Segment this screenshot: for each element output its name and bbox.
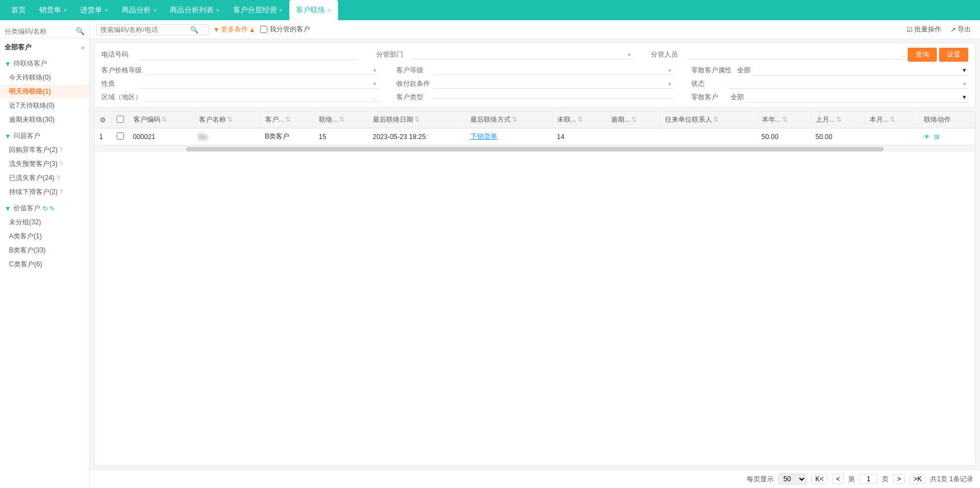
dept-select[interactable]: ▾ bbox=[413, 50, 633, 59]
right-actions: ☑ 批量操作 ↗ 导出 bbox=[904, 24, 973, 35]
export-icon: ↗ bbox=[950, 26, 956, 34]
sidebar-item-churned[interactable]: 已流失客户(24) ? bbox=[0, 171, 89, 185]
nav-close-purchase[interactable]: × bbox=[104, 7, 108, 13]
sidebar-item-class-b[interactable]: B类客户(33) bbox=[0, 243, 89, 257]
td-name: Ea bbox=[195, 128, 261, 145]
status-chevron-icon: ▾ bbox=[963, 81, 966, 87]
cust-type-select[interactable] bbox=[433, 96, 673, 99]
sidebar-all-customers[interactable]: 全部客户 « bbox=[0, 40, 89, 54]
sidebar-item-churn-warning[interactable]: 流失预警客户(3) ? bbox=[0, 157, 89, 171]
main-search-icon[interactable]: 🔍 bbox=[190, 26, 198, 34]
sidebar-item-declining[interactable]: 持续下滑客户(2) ? bbox=[0, 185, 89, 199]
last-method-link[interactable]: 下销货单 bbox=[470, 132, 497, 140]
filter-dept: 分管部门 ▾ bbox=[376, 50, 633, 59]
td-no-contact: 14 bbox=[552, 128, 606, 145]
nature-select[interactable]: ▾ bbox=[138, 80, 378, 89]
scroll-thumb[interactable] bbox=[186, 147, 883, 151]
next-page-button[interactable]: > bbox=[893, 474, 905, 484]
nav-item-customer-contact[interactable]: 客户联络 × bbox=[289, 0, 338, 20]
cust-level-chevron-icon: ▾ bbox=[668, 67, 671, 73]
nav-close-customer-contact[interactable]: × bbox=[327, 7, 331, 13]
region-select[interactable]: ... bbox=[145, 93, 378, 102]
select-all-checkbox[interactable] bbox=[117, 116, 124, 123]
nav-close-sales[interactable]: × bbox=[63, 7, 67, 13]
sort-lm-icon[interactable]: ⇅ bbox=[836, 116, 842, 123]
page-size-select[interactable]: 50 100 200 bbox=[778, 473, 807, 485]
sort-year-icon[interactable]: ⇅ bbox=[782, 116, 788, 123]
nav-item-home[interactable]: 首页 bbox=[4, 0, 33, 20]
nav-item-purchase[interactable]: 进货单 × bbox=[73, 0, 114, 20]
person-more-icon[interactable]: ... bbox=[901, 52, 905, 58]
price-level-chevron-icon: ▾ bbox=[373, 67, 376, 73]
sort-tm-icon[interactable]: ⇅ bbox=[890, 116, 895, 123]
col-header-no-contact: 未联...⇅ bbox=[552, 112, 606, 128]
sort-name-icon[interactable]: ⇅ bbox=[227, 116, 233, 123]
first-page-button[interactable]: K< bbox=[811, 474, 828, 484]
td-last-method: 下销货单 bbox=[466, 128, 552, 145]
sort-method-icon[interactable]: ⇅ bbox=[512, 116, 517, 123]
sidebar-item-class-c[interactable]: C类客户(6) bbox=[0, 257, 89, 271]
customer-table: ⚙ 客户编码⇅ 客户名称⇅ 客户...⇅ 联络...⇅ 最后联络日期⇅ 最后联络… bbox=[95, 112, 975, 145]
more-conditions-button[interactable]: ▼ 更多条件 ▲ bbox=[213, 25, 256, 34]
query-button[interactable]: 查询 bbox=[908, 48, 937, 62]
sort-no-contact-icon[interactable]: ⇅ bbox=[577, 116, 583, 123]
sort-date-icon[interactable]: ⇅ bbox=[414, 116, 420, 123]
retail-cust-select[interactable]: ▾ bbox=[746, 92, 968, 103]
filter-person: 分管人员 ... bbox=[651, 50, 908, 59]
value-group-edit-icon[interactable]: ✎ bbox=[49, 205, 55, 213]
col-header-this-year: 本年...⇅ bbox=[757, 112, 811, 128]
page-input[interactable] bbox=[859, 474, 877, 484]
sort-code-icon[interactable]: ⇅ bbox=[161, 116, 167, 123]
content-area: 🔍 ▼ 更多条件 ▲ 我分管的客户 ☑ 批量操作 ↗ 导出 bbox=[90, 20, 980, 488]
batch-op-button[interactable]: ☑ 批量操作 bbox=[904, 24, 944, 35]
nav-item-customer-layer[interactable]: 客户分层经营 × bbox=[226, 0, 289, 20]
sidebar-collapse-icon[interactable]: « bbox=[81, 44, 85, 52]
sidebar-item-overdue[interactable]: 逾期未联络(30) bbox=[0, 113, 89, 127]
sidebar-item-repurchase-abnormal[interactable]: 回购异常客户(2) ? bbox=[0, 143, 89, 157]
action-grid-icon[interactable]: ⊞ bbox=[934, 133, 940, 141]
my-customers-checkbox[interactable] bbox=[260, 26, 267, 33]
prev-page-button[interactable]: < bbox=[832, 474, 844, 484]
reset-button[interactable]: 设置 bbox=[939, 48, 968, 62]
phone-input[interactable] bbox=[138, 49, 358, 60]
nav-item-analysis[interactable]: 商品分析 × bbox=[115, 0, 163, 20]
nav-close-analysis-list[interactable]: × bbox=[216, 7, 219, 13]
sidebar-item-ungrouped[interactable]: 未分组(32) bbox=[0, 215, 89, 229]
col-header-last-method: 最后联络方式⇅ bbox=[466, 112, 552, 128]
sidebar-item-7days[interactable]: 近7天待联络(0) bbox=[0, 99, 89, 113]
region-more-icon[interactable]: ... bbox=[372, 94, 376, 100]
filter-payment: 收付款条件 ▾ bbox=[396, 79, 673, 89]
sidebar-search-icon[interactable]: 🔍 bbox=[76, 27, 85, 35]
dept-chevron-icon: ▾ bbox=[628, 52, 631, 58]
my-customers-checkbox-label[interactable]: 我分管的客户 bbox=[260, 25, 310, 34]
retail-attr-select[interactable]: ▾ bbox=[753, 65, 968, 76]
price-level-select[interactable]: ▾ bbox=[145, 66, 378, 75]
sidebar-item-today[interactable]: 今天待联络(0) bbox=[0, 71, 89, 85]
sidebar-item-class-a[interactable]: A类客户(1) bbox=[0, 229, 89, 243]
sort-unit-icon[interactable]: ⇅ bbox=[713, 116, 719, 123]
sort-contact-icon[interactable]: ⇅ bbox=[339, 116, 345, 123]
sidebar-item-tomorrow[interactable]: 明天待联络(1) bbox=[0, 85, 89, 99]
value-group-refresh-icon[interactable]: ↻ bbox=[43, 205, 48, 213]
filter-actions: 查询 设置 bbox=[908, 48, 968, 62]
nav-close-analysis[interactable]: × bbox=[153, 7, 156, 13]
nav-close-customer-layer[interactable]: × bbox=[279, 7, 283, 13]
sidebar-search-input[interactable] bbox=[4, 27, 76, 35]
sidebar-group-value: ▼ 价值客户 ↻ ✎ bbox=[0, 201, 89, 215]
action-eye-icon[interactable]: 👁 bbox=[923, 133, 930, 141]
sort-overdue-icon[interactable]: ⇅ bbox=[631, 116, 637, 123]
export-button[interactable]: ↗ 导出 bbox=[948, 24, 973, 35]
check-square-icon: ☑ bbox=[907, 26, 913, 34]
cust-level-select[interactable]: ▾ bbox=[433, 66, 673, 75]
status-select[interactable]: ▾ bbox=[728, 80, 968, 89]
last-page-button[interactable]: >K bbox=[909, 474, 926, 484]
row-checkbox[interactable] bbox=[117, 132, 124, 140]
nav-item-analysis-list[interactable]: 商品分析列表 × bbox=[163, 0, 226, 20]
nav-item-sales[interactable]: 销货单 × bbox=[33, 0, 73, 20]
retail-cust-chevron-icon: ▾ bbox=[963, 93, 966, 101]
person-select[interactable]: ... bbox=[688, 50, 908, 59]
sort-type-icon[interactable]: ⇅ bbox=[285, 116, 291, 123]
sidebar-group-pending: ▼ 待联络客户 bbox=[0, 57, 89, 71]
main-search-input[interactable] bbox=[100, 26, 190, 34]
payment-select[interactable]: ▾ bbox=[433, 80, 673, 89]
